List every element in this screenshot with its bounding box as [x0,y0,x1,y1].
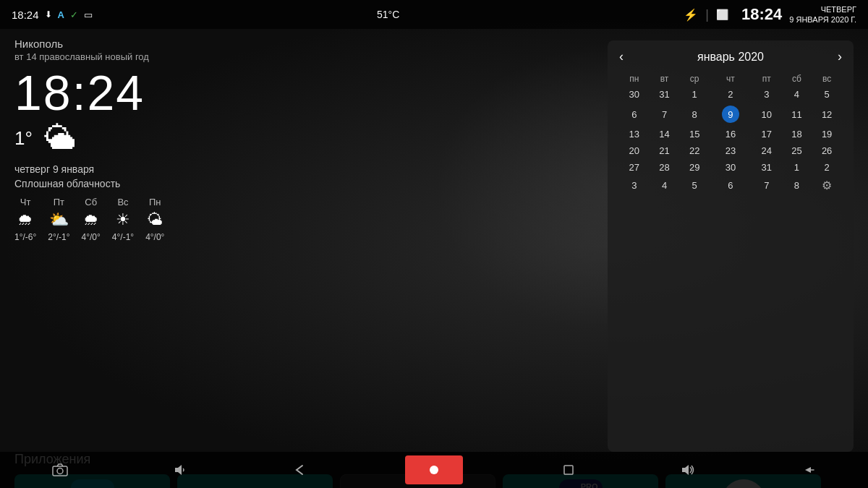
weather-holiday: вт 14 православный новый год [14,51,347,62]
cal-day[interactable]: 5 [679,176,710,195]
calendar-next-button[interactable]: › [838,49,842,64]
cal-header-fri: пт [752,72,782,86]
status-center: 51°C [377,9,399,20]
calendar-grid: пн вт ср чт пт сб вс 30 31 1 2 3 4 5 [619,72,842,195]
calendar-title: январь 2020 [697,51,764,64]
cal-day-today[interactable]: 9 [710,103,752,126]
cal-day[interactable]: 20 [619,142,650,159]
stop-button[interactable] [554,455,583,484]
weather-condition: Сплошная облачность [14,178,347,189]
cal-day[interactable]: 23 [710,142,752,159]
cal-header-tue: вт [650,72,680,86]
main-content: Никополь вт 14 православный новый год 18… [0,29,868,452]
cal-day[interactable]: 31 [650,86,680,103]
cal-day[interactable]: 18 [782,126,812,142]
cal-header-sat: сб [782,72,812,86]
cal-day[interactable]: 4 [650,176,680,195]
cal-day[interactable]: 3 [752,86,782,103]
download-icon: ⬇ [45,9,52,20]
forecast-fri-icon: ⛅ [49,210,69,229]
forecast-thu: Чт 🌧 1°/-6° [14,197,36,242]
status-bar: 18:24 ⬇ A ✓ ▭ 51°C ⚡ | ⬜ 18:24 ЧЕТВЕРГ 9… [0,0,868,29]
calendar-prev-button[interactable]: ‹ [619,49,624,64]
cal-day[interactable]: 1 [679,86,710,103]
cal-week-3: 13 14 15 16 17 18 19 [619,126,842,142]
weather-temp-now: 1° [14,127,33,150]
cal-week-1: 30 31 1 2 3 4 5 [619,86,842,103]
cal-day[interactable]: 10 [752,103,782,126]
cal-header-wed: ср [679,72,710,86]
svg-point-15 [430,466,438,474]
divider: | [705,7,709,22]
more-button[interactable] [793,455,822,484]
a-icon: A [58,9,64,20]
bottom-bar [0,452,868,488]
cal-day[interactable]: 8 [679,103,710,126]
calendar-header: ‹ январь 2020 › [619,49,842,64]
home-button[interactable] [405,455,463,484]
forecast-sat: Сб 🌧 4°/0° [82,197,101,242]
cal-day[interactable]: 8 [782,176,812,195]
battery-icon: ▭ [84,9,93,20]
cal-day[interactable]: 28 [650,159,680,176]
spacer [362,38,593,452]
cal-day[interactable]: 26 [812,142,842,159]
cal-day[interactable]: 24 [752,142,782,159]
cal-week-6: 3 4 5 6 7 8 ⚙ [619,176,842,195]
weather-current: 1° 🌥 [14,120,347,156]
volume-up-button[interactable] [673,455,702,484]
camera-button[interactable] [46,455,75,484]
cal-day[interactable]: 19 [812,126,842,142]
cal-day[interactable]: 2 [710,86,752,103]
cal-day[interactable]: 7 [650,103,680,126]
cal-day[interactable]: 30 [619,86,650,103]
cal-day[interactable]: 7 [752,176,782,195]
cal-header-sun: вс [812,72,842,86]
forecast-fri: Пт ⛅ 2°/-1° [48,197,69,242]
volume-down-button[interactable] [166,455,195,484]
temperature: 51°C [377,9,399,20]
check-icon: ✓ [70,9,78,20]
cal-day[interactable]: 3 [619,176,650,195]
cal-day[interactable]: 22 [679,142,710,159]
forecast-mon-icon: 🌤 [147,210,163,229]
cal-day[interactable]: 13 [619,126,650,142]
cal-day[interactable]: 21 [650,142,680,159]
forecast-sun: Вс ☀ 4°/-1° [112,197,134,242]
date-right: ЧЕТВЕРГ 9 ЯНВАРЯ 2020 Г. [789,4,856,25]
cal-day[interactable]: 4 [782,86,812,103]
svg-rect-16 [564,466,573,474]
calendar-settings-icon[interactable]: ⚙ [812,176,842,195]
status-left: 18:24 ⬇ A ✓ ▭ [12,9,93,21]
cal-day[interactable]: 5 [812,86,842,103]
cal-day[interactable]: 2 [812,159,842,176]
cal-day[interactable]: 1 [782,159,812,176]
usb-icon: ⚡ [684,8,698,22]
cal-day[interactable]: 6 [710,176,752,195]
cal-day[interactable]: 14 [650,126,680,142]
forecast-sun-icon: ☀ [116,210,130,229]
cal-day[interactable]: 29 [679,159,710,176]
cal-day[interactable]: 31 [752,159,782,176]
cal-day[interactable]: 17 [752,126,782,142]
calendar-panel: ‹ январь 2020 › пн вт ср чт пт сб вс 30 [608,40,854,452]
time-left: 18:24 [12,9,39,21]
time-right: 18:24 [741,5,782,24]
back-button[interactable] [285,455,314,484]
cal-day[interactable]: 15 [679,126,710,142]
cal-day[interactable]: 27 [619,159,650,176]
cal-day[interactable]: 6 [619,103,650,126]
cal-header-thu: чт [710,72,752,86]
weather-time: 18:24 [14,68,347,117]
cal-day[interactable]: 16 [710,126,752,142]
cal-day[interactable]: 30 [710,159,752,176]
cal-week-5: 27 28 29 30 31 1 2 [619,159,842,176]
forecast-sat-icon: 🌧 [83,210,99,229]
cal-day[interactable]: 25 [782,142,812,159]
cal-day[interactable]: 12 [812,103,842,126]
weather-cloud-icon: 🌥 [44,120,76,156]
cal-week-2: 6 7 8 9 10 11 12 [619,103,842,126]
cal-day[interactable]: 11 [782,103,812,126]
status-right: ⚡ | ⬜ 18:24 ЧЕТВЕРГ 9 ЯНВАРЯ 2020 Г. [684,4,856,25]
forecast-thu-icon: 🌧 [17,210,33,229]
